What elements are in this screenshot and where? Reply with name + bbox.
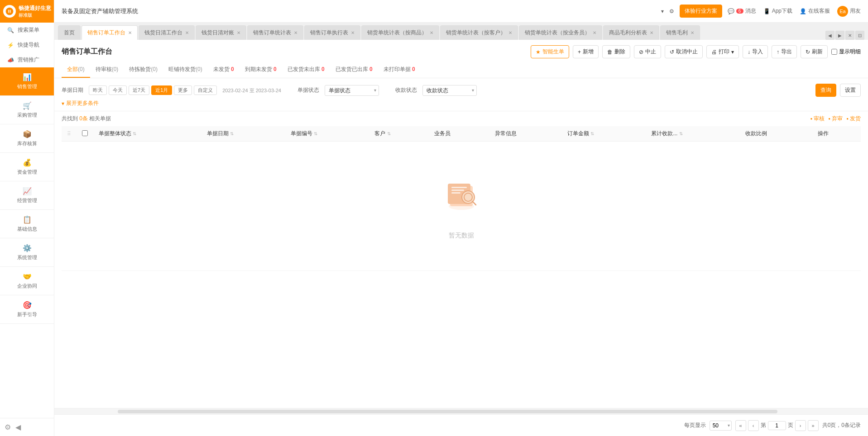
subtab-expired-not-shipped[interactable]: 到期未发货 0 — [240, 62, 282, 78]
subtab-pending-review[interactable]: 待审核(0) — [90, 62, 124, 78]
tab-expand[interactable]: ⊡ — [855, 31, 864, 40]
expand-more-btn[interactable]: ▾ 展开更多条件 — [62, 100, 861, 107]
settings-icon[interactable]: ⚙ — [5, 423, 11, 431]
refresh-btn[interactable]: ↻ 刷新 — [801, 45, 828, 58]
system-dropdown-btn[interactable]: ▾ — [661, 8, 664, 14]
tab-cash-daily-work[interactable]: 钱货日清工作台 ✕ — [139, 25, 195, 40]
stop-btn[interactable]: ⊘ 中止 — [634, 45, 661, 58]
empty-state: 暂无数据 — [67, 145, 855, 267]
date-more[interactable]: 更多 — [174, 85, 192, 95]
app-download-btn[interactable]: 📱 App下载 — [763, 7, 792, 15]
tab-sales-stats-customer[interactable]: 销货单统计表（按客户） ✕ — [440, 25, 518, 40]
settings-btn[interactable]: ⚙ — [669, 8, 674, 14]
tab-sales-stats-customer-close[interactable]: ✕ — [508, 30, 512, 35]
tab-scroll-right[interactable]: ▶ — [835, 31, 844, 40]
page-size-select[interactable]: 50 100 200 — [710, 421, 732, 431]
date-7days[interactable]: 近7天 — [129, 85, 149, 95]
setting-btn[interactable]: 设置 — [840, 84, 861, 97]
sort-number-icon[interactable]: ⇅ — [314, 131, 317, 136]
user-btn[interactable]: Ea 用友 — [837, 6, 861, 17]
revoke-action-btn[interactable]: 弃审 — [828, 115, 843, 123]
search-btn[interactable]: 查询 — [815, 84, 836, 97]
tab-sales-order-workbench[interactable]: 销售订单工作台 ✕ — [82, 25, 138, 40]
subtab-not-printed[interactable]: 未打印单据 0 — [378, 62, 421, 78]
sidebar-item-inventory[interactable]: 📦 库存核算 — [0, 124, 54, 153]
sort-received-icon[interactable]: ⇅ — [679, 131, 683, 136]
subtab-shipped-out[interactable]: 已发货已出库 0 — [330, 62, 378, 78]
export-btn[interactable]: ↑ 导出 — [772, 45, 797, 58]
tab-sales-stats-staff[interactable]: 销货单统计表（按业务员） ✕ — [519, 25, 602, 40]
sidebar-item-purchase[interactable]: 🛒 采购管理 — [0, 96, 54, 124]
sidebar-item-enterprise[interactable]: 🤝 企业协同 — [0, 267, 54, 295]
page-prev-btn[interactable]: ‹ — [748, 420, 759, 431]
tab-home[interactable]: 首页 — [58, 25, 81, 40]
tab-sales-stats-product-close[interactable]: ✕ — [430, 30, 433, 35]
subtab-pending-inspect[interactable]: 待拣验货(0) — [124, 62, 163, 78]
sidebar-marketing[interactable]: 📣 营销推广 — [0, 52, 54, 67]
date-1month[interactable]: 近1月 — [151, 85, 172, 95]
subtab-all[interactable]: 全部(0) — [62, 62, 90, 78]
tab-cash-goods-reconcile[interactable]: 钱货日清对账 ✕ — [196, 25, 246, 40]
tab-sales-order-workbench-close[interactable]: ✕ — [128, 30, 132, 35]
tab-product-margin-close[interactable]: ✕ — [650, 30, 653, 35]
collapse-icon[interactable]: ◀ — [15, 423, 21, 431]
sidebar-item-system[interactable]: ⚙️ 系统管理 — [0, 238, 54, 267]
sidebar-item-basic[interactable]: 📋 基础信息 — [0, 210, 54, 238]
import-btn[interactable]: ↓ 导入 — [743, 45, 768, 58]
page-input[interactable] — [768, 421, 786, 430]
scrollbar-track[interactable] — [118, 410, 777, 413]
tab-cash-daily-work-close[interactable]: ✕ — [185, 30, 189, 35]
tab-sales-order-stats-close[interactable]: ✕ — [294, 30, 297, 35]
subtab-shipped-not-out[interactable]: 已发货未出库 0 — [282, 62, 330, 78]
show-detail-checkbox-wrap[interactable]: 显示明细 — [831, 48, 861, 56]
page-last-btn[interactable]: » — [808, 420, 819, 431]
logo-text: 畅捷通好生意 — [19, 5, 51, 12]
status-filter-select[interactable]: 单据状态 — [325, 85, 379, 96]
show-detail-checkbox[interactable] — [831, 49, 837, 55]
tab-sales-profit-close[interactable]: ✕ — [691, 30, 694, 35]
sort-date-icon[interactable]: ⇅ — [230, 131, 234, 136]
sidebar-search[interactable]: 🔍 搜索菜单 — [0, 23, 54, 38]
sidebar-item-operation[interactable]: 📈 经营管理 — [0, 181, 54, 210]
industry-btn[interactable]: 体验行业方案 — [680, 5, 722, 18]
tab-close-all[interactable]: ✕ — [845, 31, 854, 40]
add-btn[interactable]: + 新增 — [573, 45, 599, 58]
tab-sales-stats-staff-close[interactable]: ✕ — [593, 30, 596, 35]
sidebar-item-guide[interactable]: 🎯 新手引导 — [0, 295, 54, 324]
page-first-btn[interactable]: « — [735, 420, 746, 431]
tab-sales-order-exec-close[interactable]: ✕ — [351, 30, 355, 35]
subtab-shipped-out-label: 已发货已出库 — [336, 66, 368, 72]
sidebar-item-finance[interactable]: 💰 资金管理 — [0, 153, 54, 181]
delete-btn[interactable]: 🗑 删除 — [602, 45, 630, 58]
date-yesterday[interactable]: 昨天 — [89, 85, 107, 95]
sort-customer-icon[interactable]: ⇅ — [387, 131, 391, 136]
tab-sales-order-stats[interactable]: 销售订单统计表 ✕ — [247, 25, 303, 40]
tab-sales-order-exec[interactable]: 销售订单执行表 ✕ — [304, 25, 360, 40]
smart-gen-btn[interactable]: ★ 智能生单 — [531, 45, 569, 58]
review-action-btn[interactable]: 审核 — [810, 115, 825, 123]
message-btn[interactable]: 💬 6 消息 — [728, 7, 756, 15]
tab-sales-stats-product[interactable]: 销货单统计表（按商品） ✕ — [361, 25, 439, 40]
tab-cash-goods-reconcile-close[interactable]: ✕ — [237, 30, 240, 35]
tab-scroll-left[interactable]: ◀ — [825, 31, 834, 40]
select-all-checkbox[interactable] — [82, 130, 88, 136]
user-label: 用友 — [850, 7, 861, 15]
page-next-btn[interactable]: › — [795, 420, 806, 431]
cancel-stop-btn[interactable]: ↺ 取消中止 — [665, 45, 703, 58]
online-service-btn[interactable]: 👤 在线客服 — [800, 7, 830, 15]
sidebar-quick-nav[interactable]: ⚡ 快捷导航 — [0, 38, 54, 52]
date-custom[interactable]: 自定义 — [194, 85, 217, 95]
sort-status-icon[interactable]: ⇅ — [133, 131, 136, 136]
date-today[interactable]: 今天 — [109, 85, 127, 95]
print-btn[interactable]: 🖨 打印 ▾ — [706, 45, 739, 58]
subtab-not-shipped[interactable]: 未发货 0 — [208, 62, 240, 78]
topbar-right: 💬 6 消息 📱 App下载 👤 在线客服 Ea 用友 — [728, 6, 861, 17]
ship-action-btn[interactable]: 发货 — [846, 115, 861, 123]
sort-amount-icon[interactable]: ⇅ — [590, 131, 594, 136]
sidebar-item-sales[interactable]: 📊 销售管理 — [0, 67, 54, 96]
subtab-wangpu-pending[interactable]: 旺铺待发货(0) — [163, 62, 208, 78]
tab-sales-profit[interactable]: 销售毛利 ✕ — [660, 25, 700, 40]
payment-filter-select[interactable]: 收款状态 — [422, 85, 477, 96]
filter-row-1: 单据日期 昨天 今天 近7天 近1月 更多 自定义 2023-02-24 至 2… — [62, 84, 861, 97]
tab-product-margin[interactable]: 商品毛利分析表 ✕ — [603, 25, 659, 40]
